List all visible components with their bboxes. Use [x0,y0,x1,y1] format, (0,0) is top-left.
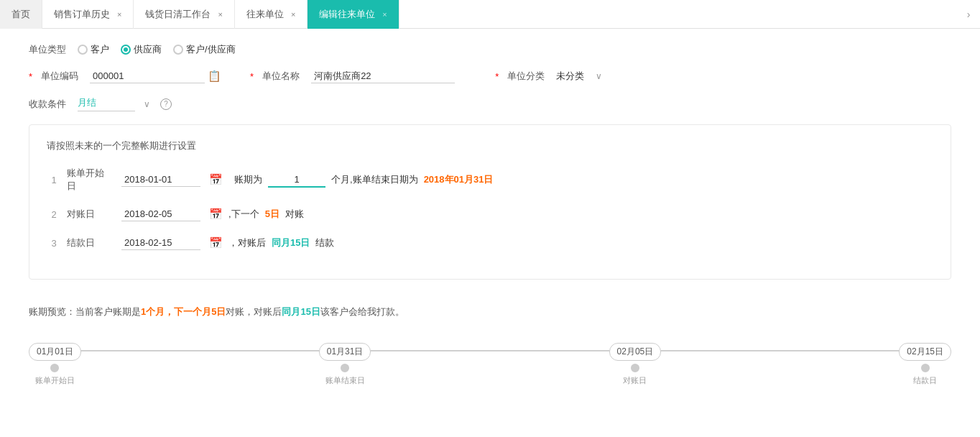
preview-part5: 该客户会给我打款。 [320,306,405,317]
preview-part2: 下一个月5日 [174,306,226,317]
timeline-badge-3: 02月15日 [899,343,951,361]
timeline-badge-0: 01月01日 [29,343,81,361]
period-end-date: 2018年01月31日 [424,173,494,186]
timeline-sublabel-0: 账单开始日 [35,375,75,386]
payment-terms-row: 收款条件 月结 ∨ ? [29,96,951,111]
start-date-calendar-icon[interactable]: 📅 [209,173,223,186]
payment-date-calendar-icon[interactable]: 📅 [209,236,223,249]
tab-sales-history[interactable]: 销售订单历史× [42,0,134,29]
reconcile-date-label: 对账日 [67,208,110,221]
tab-home[interactable]: 首页 [0,0,42,29]
radio-label-both: 客户/供应商 [186,43,236,56]
timeline-points: 01月01日账单开始日01月31日账单结束日02月05日对账日02月15日结款日 [29,343,951,386]
tab-label-edit-partner: 编辑往来单位 [319,8,375,21]
radio-circle-supplier [121,45,131,55]
reconcile-highlight: 5日 [265,208,279,221]
unit-type-label: 单位类型 [29,43,66,56]
unit-type-radio-group: 客户供应商客户/供应商 [78,43,236,56]
preview-section: 账期预览：当前客户账期是1个月，下一个月5日对账，对账后同月15日该客户会给我打… [29,294,951,408]
payment-date-input[interactable] [121,236,200,250]
period-value-input[interactable] [268,172,325,188]
row-num-1: 1 [47,175,61,185]
timeline-badge-1: 01月31日 [319,343,371,361]
settings-title: 请按照未来的一个完整帐期进行设置 [47,139,933,152]
unit-name-input[interactable] [311,69,455,83]
timeline-dot-3 [921,364,930,372]
radio-supplier[interactable]: 供应商 [121,43,162,56]
tab-cash-workbench[interactable]: 钱货日清工作台× [134,0,234,29]
row-num-2: 2 [47,209,61,220]
period-prefix: 账期为 [234,173,262,186]
timeline-point-2: 02月05日对账日 [609,343,662,386]
unit-category-value: 未分类 [556,70,584,83]
tab-label-cash-workbench: 钱货日清工作台 [145,8,211,21]
tabs-arrow[interactable]: › [963,9,980,20]
radio-label-customer: 客户 [91,43,109,56]
payment-terms-value: 月结 [78,96,135,111]
reconcile-after: 对账 [285,208,304,221]
tab-close-cash-workbench[interactable]: × [218,10,222,19]
reconcile-date-calendar-icon[interactable]: 📅 [209,208,223,221]
tab-close-edit-partner[interactable]: × [382,10,387,19]
radio-circle-both [173,45,183,55]
tab-label-partner-unit: 往来单位 [246,8,284,21]
reconcile-date-input[interactable] [121,207,200,221]
timeline-dot-0 [50,364,59,372]
payment-after: 结款 [315,236,334,249]
row-num-3: 3 [47,238,61,249]
content-area: 单位类型 客户供应商客户/供应商 * 单位编码 📋 * 单位名称 * 单位分类 … [0,29,980,437]
copy-icon[interactable]: 📋 [208,70,221,83]
timeline-sublabel-1: 账单结束日 [325,375,365,386]
unit-category-label: 单位分类 [507,70,545,83]
unit-name-label: 单位名称 [262,70,300,83]
unit-type-row: 单位类型 客户供应商客户/供应商 [29,43,951,56]
timeline-dot-1 [341,364,349,372]
radio-label-supplier: 供应商 [134,43,162,56]
settings-row-3: 3 结款日 📅 ，对账后 同月15日 结款 [47,236,933,250]
tab-edit-partner[interactable]: 编辑往来单位× [308,0,399,29]
tab-close-partner-unit[interactable]: × [291,10,295,19]
period-suffix: 个月,账单结束日期为 [331,173,418,186]
timeline-sublabel-3: 结款日 [913,375,937,386]
preview-part3: 对账，对账后 [226,306,282,317]
unit-category-dropdown-icon[interactable]: ∨ [596,71,602,81]
timeline-dot-2 [631,364,639,372]
timeline-sublabel-2: 对账日 [623,375,647,386]
preview-part1: 1个月， [141,306,174,317]
timeline: 01月01日账单开始日01月31日账单结束日02月05日对账日02月15日结款日 [29,336,951,408]
radio-circle-customer [78,45,88,55]
help-icon[interactable]: ? [160,98,172,110]
radio-both[interactable]: 客户/供应商 [173,43,236,56]
unit-code-input[interactable] [90,69,205,83]
unit-code-label: 单位编码 [41,70,78,83]
timeline-point-1: 01月31日账单结束日 [319,343,371,386]
unit-info-row: * 单位编码 📋 * 单位名称 * 单位分类 未分类 ∨ [29,69,951,83]
preview-part4: 同月15日 [282,306,320,317]
payment-before: ，对账后 [228,236,266,249]
timeline-point-3: 02月15日结款日 [899,343,951,386]
settings-row-1: 1 账单开始日 📅 账期为 个月,账单结束日期为 2018年01月31日 [47,167,933,193]
timeline-badge-2: 02月05日 [609,343,662,361]
start-date-input[interactable] [121,172,200,187]
tab-label-sales-history: 销售订单历史 [54,8,110,21]
preview-text: 账期预览：当前客户账期是1个月，下一个月5日对账，对账后同月15日该客户会给我打… [29,305,951,318]
settings-row-2: 2 对账日 📅 ,下一个 5日 对账 [47,207,933,221]
payment-date-label: 结款日 [67,236,110,249]
payment-terms-dropdown-icon[interactable]: ∨ [144,99,150,109]
payment-terms-label: 收款条件 [29,98,66,111]
reconcile-before: ,下一个 [228,208,259,221]
tabs-bar: 首页销售订单历史×钱货日清工作台×往来单位×编辑往来单位×› [0,0,980,29]
settings-box: 请按照未来的一个完整帐期进行设置 1 账单开始日 📅 账期为 个月,账单结束日期… [29,124,951,280]
tab-label-home: 首页 [11,8,30,21]
timeline-point-0: 01月01日账单开始日 [29,343,81,386]
radio-customer[interactable]: 客户 [78,43,109,56]
preview-label: 账期预览：当前客户账期是 [29,306,141,317]
payment-highlight: 同月15日 [272,236,310,249]
tab-close-sales-history[interactable]: × [117,10,121,19]
start-date-label: 账单开始日 [67,167,110,193]
tab-partner-unit[interactable]: 往来单位× [235,0,308,29]
